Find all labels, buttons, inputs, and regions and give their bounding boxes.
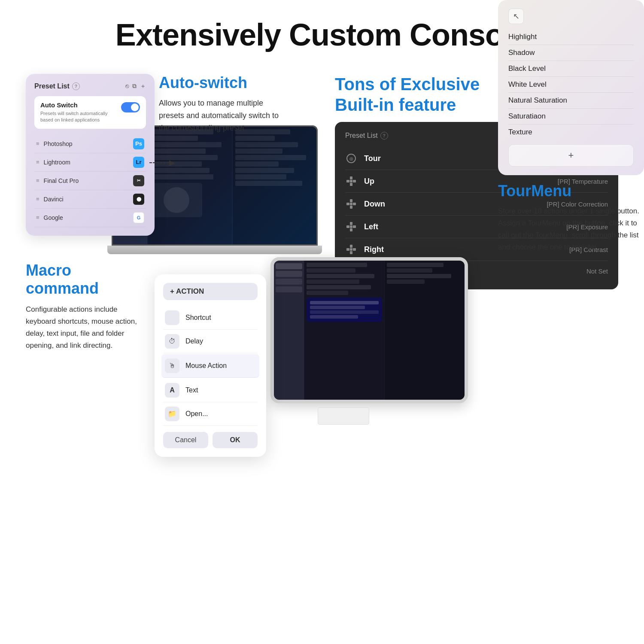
ok-button[interactable]: OK — [213, 432, 258, 448]
laptop-right-panel — [233, 127, 316, 244]
laptop-main-panel — [148, 127, 232, 244]
add-icon[interactable]: ＋ — [140, 82, 146, 90]
tablet-screen — [274, 261, 465, 400]
svg-rect-7 — [353, 203, 356, 205]
svg-rect-16 — [346, 248, 349, 251]
app-name: Final Cut Pro — [44, 177, 79, 184]
delay-label: Delay — [185, 337, 203, 345]
drag-handle-icon: ≡ — [36, 159, 39, 165]
tablet-frame — [270, 257, 468, 403]
edit-icon[interactable]: ⎋ — [125, 82, 129, 90]
tourmenu-item-natural-sat: Natural Saturation — [508, 93, 634, 109]
macro-body: Configurable actions include keyboard sh… — [26, 304, 137, 352]
dpad-down-icon — [345, 198, 357, 210]
folder-icon: 📁 — [165, 407, 179, 421]
help-icon: ? — [72, 82, 80, 90]
svg-rect-2 — [353, 180, 356, 182]
text-icon: A — [165, 383, 179, 398]
dashed-arrow: ▶ — [149, 158, 175, 167]
action-buttons: Cancel OK — [163, 432, 258, 448]
app-icon-fcp: ✂ — [133, 175, 144, 186]
tablet-bottom-bar — [318, 407, 369, 425]
dpad-name-down: Down — [364, 200, 385, 209]
auto-switch-label: Auto Switch — [40, 101, 117, 109]
tablet-right-panel — [385, 261, 465, 400]
svg-rect-19 — [350, 248, 352, 251]
tourmenu-item-black-level: Black Level — [508, 61, 634, 77]
tourmenu-item-highlight: Highlight — [508, 29, 634, 45]
cancel-button[interactable]: Cancel — [163, 432, 208, 448]
auto-switch-row: Auto Switch Presets will switch automati… — [34, 96, 146, 129]
action-item-delay: ⏱ Delay — [163, 330, 258, 353]
preset-list-header: Preset List ? ⎋ ⧉ ＋ — [34, 82, 146, 90]
open-label: Open... — [185, 410, 208, 418]
drag-handle-icon: ≡ — [36, 196, 39, 202]
tour-icon: ◎ — [345, 152, 357, 164]
shortcut-icon — [165, 310, 179, 325]
auto-switch-desc: Presets will switch automatically based … — [40, 110, 117, 124]
app-name: Davinci — [44, 196, 64, 203]
delay-icon: ⏱ — [165, 334, 179, 349]
auto-switch-annotation: Auto-switch Allows you to manage multipl… — [159, 74, 288, 134]
tourmenu-add-button[interactable]: + — [508, 144, 634, 167]
copy-icon[interactable]: ⧉ — [132, 82, 137, 90]
tourmenu-list: ↖ Highlight Shadow Black Level White Lev… — [498, 0, 644, 175]
preset-list-title: Preset List ? — [34, 82, 80, 90]
list-item: ≡ Google G — [34, 209, 146, 227]
svg-rect-17 — [353, 248, 356, 251]
dark-help-icon: ? — [380, 132, 388, 140]
page-container: Extensively Custom Console Preset List ?… — [0, 0, 644, 644]
dpad-name-up: Up — [364, 177, 374, 186]
dark-preset-title: Preset List ? — [345, 132, 388, 140]
svg-rect-6 — [346, 203, 349, 205]
action-card: + ACTION Shortcut ⏱ Delay 🖱 Mouse Action — [155, 274, 266, 457]
tourmenu-item-texture: Texture — [508, 125, 634, 140]
laptop-base — [107, 246, 322, 254]
svg-rect-13 — [350, 228, 352, 231]
preset-list-icons: ⎋ ⧉ ＋ — [125, 82, 146, 90]
list-item: ≡ Davinci ⬤ — [34, 190, 146, 209]
tablet-sidebar — [274, 261, 304, 400]
svg-rect-11 — [346, 225, 349, 228]
tourmenu-desc: Store over 10 actions under 1 single but… — [498, 205, 644, 253]
drag-handle-icon: ≡ — [36, 177, 39, 184]
svg-rect-8 — [350, 206, 352, 209]
list-item: ≡ Lightroom Lr — [34, 153, 146, 172]
drag-handle-icon: ≡ — [36, 140, 39, 147]
svg-rect-5 — [350, 199, 352, 202]
drag-handle-icon: ≡ — [36, 214, 39, 221]
mouse-label: Mouse Action — [185, 362, 227, 370]
app-icon-google: G — [133, 212, 144, 223]
auto-switch-toggle[interactable] — [121, 102, 140, 112]
dpad-name-tour: Tour — [364, 154, 381, 163]
app-name: Photoshop — [44, 140, 73, 147]
tourmenu-card: ↖ Highlight Shadow Black Level White Lev… — [498, 0, 644, 253]
action-item-open: 📁 Open... — [163, 402, 258, 426]
svg-rect-14 — [350, 225, 352, 228]
tourmenu-item-saturation: Saturatiaon — [508, 109, 634, 125]
shortcut-label: Shortcut — [185, 314, 211, 322]
svg-rect-0 — [350, 176, 352, 179]
dpad-up-icon — [345, 175, 357, 187]
svg-rect-3 — [350, 183, 352, 186]
preset-list-card: Preset List ? ⎋ ⧉ ＋ Auto Switch Presets … — [26, 74, 155, 236]
app-name: Lightroom — [44, 159, 70, 166]
add-action-button[interactable]: + ACTION — [163, 283, 258, 300]
action-item-text: A Text — [163, 379, 258, 402]
app-icon-ps: Ps — [133, 138, 144, 149]
tourmenu-item-white-level: White Level — [508, 77, 634, 93]
svg-rect-10 — [350, 222, 352, 225]
auto-switch-title: Auto-switch — [159, 74, 288, 92]
auto-switch-body: Allows you to manage multiple presets an… — [159, 97, 288, 134]
cursor-icon: ↖ — [508, 9, 524, 24]
app-icon-dv: ⬤ — [133, 194, 144, 205]
tablet-mockup — [283, 253, 618, 425]
dpad-left-icon — [345, 221, 357, 233]
tourmenu-item-shadow: Shadow — [508, 45, 634, 61]
app-icon-lr: Lr — [133, 157, 144, 168]
bottom-section: Macro command Configurable actions inclu… — [26, 261, 618, 457]
svg-rect-9 — [350, 203, 352, 205]
svg-rect-15 — [350, 245, 352, 248]
svg-rect-4 — [350, 180, 352, 182]
list-item: ≡ Photoshop Ps — [34, 135, 146, 153]
